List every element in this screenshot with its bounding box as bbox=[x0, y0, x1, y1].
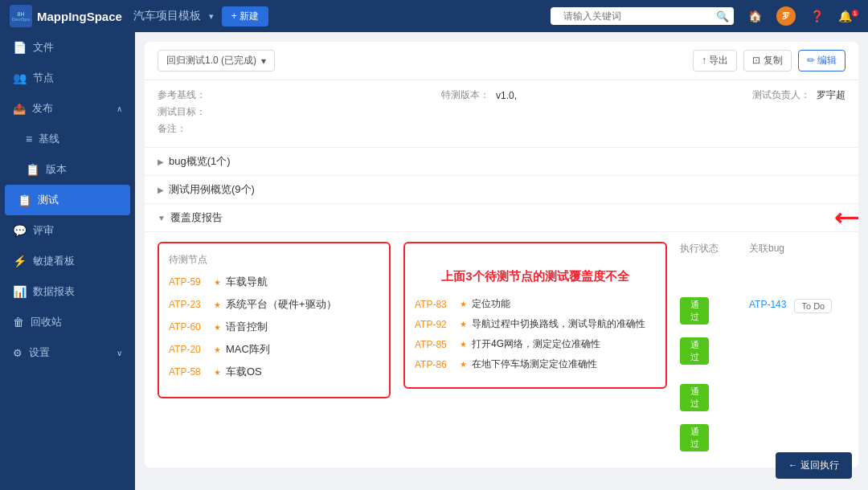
sidebar-item-dashboard[interactable]: ⚡ 敏捷看板 bbox=[0, 246, 135, 276]
nodes-icon: 👥 bbox=[13, 71, 27, 84]
project-dropdown-icon[interactable]: ▾ bbox=[209, 11, 214, 22]
sidebar-item-settings[interactable]: ⚙ 设置 ∨ bbox=[0, 337, 135, 368]
coverage-section-label: 覆盖度报告 bbox=[170, 210, 223, 225]
testcases-section-header[interactable]: ▶ 测试用例概览(9个) bbox=[145, 176, 858, 204]
settings-expand-icon: ∨ bbox=[117, 349, 122, 357]
dashboard-icon: ⚡ bbox=[13, 255, 27, 267]
target-label: 测试目标： bbox=[158, 105, 206, 119]
topbar: 8H DevOps MappIngSpace 汽车项目模板 ▾ + 新建 🔍 🏠… bbox=[0, 0, 868, 32]
case-row-atp86: ATP-86 ★ 在地下停车场测定定位准确性 bbox=[415, 357, 656, 371]
bug-group2 bbox=[749, 384, 845, 458]
breadcrumb-dropdown-icon: ▾ bbox=[261, 55, 266, 67]
status-badge-atp86: 通过 bbox=[680, 424, 709, 451]
logo: 8H DevOps MappIngSpace bbox=[10, 5, 122, 27]
case-group-2: ATP-85 ★ 打开4G网络，测定定位准确性 ATP-86 ★ 在地下停车场测… bbox=[415, 337, 656, 371]
col-headers-row: 执行状态 关联bug bbox=[680, 242, 845, 255]
status-col-header: 执行状态 bbox=[680, 242, 736, 255]
meta-target: 测试目标： bbox=[158, 105, 845, 119]
coverage-warning: 上面3个待测节点的测试覆盖度不全 bbox=[415, 269, 656, 284]
sidebar-item-nodes[interactable]: 👥 节点 bbox=[0, 63, 135, 93]
testcases-section-label: 测试用例概览(9个) bbox=[169, 182, 255, 197]
coverage-section-header[interactable]: ▼ 覆盖度报告 ⟵ bbox=[145, 204, 858, 232]
test-icon: 📋 bbox=[18, 194, 31, 206]
version-value: v1.0, bbox=[496, 90, 517, 101]
sidebar-item-test[interactable]: 📋 测试 bbox=[5, 185, 130, 215]
trash-icon: 🗑 bbox=[13, 316, 24, 329]
bugs-section-header[interactable]: ▶ bug概览(1个) bbox=[145, 148, 858, 176]
sidebar-item-publish[interactable]: 📤 发布 ∧ bbox=[0, 93, 135, 124]
status-group2: 通过 通过 bbox=[680, 384, 736, 458]
testcases-toggle-icon: ▶ bbox=[158, 186, 164, 194]
breadcrumb-label: 回归测试1.0 (已完成) bbox=[166, 54, 256, 67]
status-badge-atp92: 通过 bbox=[680, 337, 709, 365]
version-label: 特测版本： bbox=[441, 88, 489, 102]
sidebar-item-files[interactable]: 📄 文件 bbox=[0, 32, 135, 63]
owner-label: 测试负责人： bbox=[752, 88, 810, 102]
sidebar-item-reports[interactable]: 📊 数据报表 bbox=[0, 276, 135, 307]
case-row-atp92: ATP-92 ★ 导航过程中切换路线，测试导航的准确性 bbox=[415, 317, 656, 331]
meta-baseline: 参考基线： 特测版本： v1.0, 测试负责人： 罗宇超 bbox=[158, 88, 845, 102]
header-actions: ↑ 导出 ⊡ 复制 ✏ 编辑 bbox=[693, 50, 845, 71]
sidebar: 📄 文件 👥 节点 📤 发布 ∧ ≡ 基线 📋 版本 📋 bbox=[0, 32, 135, 490]
project-title: 汽车项目模板 bbox=[133, 9, 201, 23]
bug-link-atp143[interactable]: ATP-143 bbox=[749, 299, 786, 310]
baseline-label: 参考基线： bbox=[158, 88, 206, 102]
status-bug-row2: 通过 通过 bbox=[680, 384, 845, 458]
case-row-atp85: ATP-85 ★ 打开4G网络，测定定位准确性 bbox=[415, 337, 656, 351]
sidebar-item-baseline[interactable]: ≡ 基线 bbox=[6, 124, 135, 154]
node-item-atp20[interactable]: ATP-20 ★ MAC阵列 bbox=[169, 342, 379, 357]
nodes-panel: 待测节点 ATP-59 ★ 车载导航 ATP-23 ★ 系统平台（硬件+驱动） bbox=[158, 242, 391, 398]
baseline-icon: ≡ bbox=[26, 133, 32, 145]
reports-icon: 📊 bbox=[13, 285, 27, 298]
notification-icon[interactable]: 🔔1 bbox=[838, 10, 858, 22]
cases-panel: 上面3个待测节点的测试覆盖度不全 ATP-83 ★ 定位功能 ATP-92 ★ … bbox=[403, 242, 667, 389]
coverage-area: 待测节点 ATP-59 ★ 车载导航 ATP-23 ★ 系统平台（硬件+驱动） bbox=[145, 232, 858, 468]
status-badge-atp85: 通过 bbox=[680, 384, 709, 411]
spacer bbox=[680, 255, 845, 297]
content-area: 回归测试1.0 (已完成) ▾ ↑ 导出 ⊡ 复制 ✏ 编辑 参考基线： 特测版… bbox=[145, 42, 858, 468]
status-bug-row1: 通过 通过 ATP-143 To Do bbox=[680, 297, 845, 371]
status-group1: 通过 通过 bbox=[680, 297, 736, 371]
owner-value: 罗宇超 bbox=[817, 88, 845, 102]
publish-expand-icon: ∧ bbox=[117, 104, 122, 113]
red-arrow: ⟵ bbox=[834, 205, 858, 231]
main-content: 回归测试1.0 (已完成) ▾ ↑ 导出 ⊡ 复制 ✏ 编辑 参考基线： 特测版… bbox=[135, 32, 868, 490]
breadcrumb-select[interactable]: 回归测试1.0 (已完成) ▾ bbox=[158, 50, 275, 71]
sidebar-item-review[interactable]: 💬 评审 bbox=[0, 215, 135, 246]
meta-note: 备注： bbox=[158, 122, 845, 136]
bug-col-header: 关联bug bbox=[749, 242, 845, 255]
export-button[interactable]: ↑ 导出 bbox=[693, 50, 737, 71]
bugs-toggle-icon: ▶ bbox=[158, 157, 164, 166]
node-item-atp59[interactable]: ATP-59 ★ 车载导航 bbox=[169, 275, 379, 289]
home-icon[interactable]: 🏠 bbox=[748, 10, 762, 22]
case-row-atp83: ATP-83 ★ 定位功能 bbox=[415, 297, 656, 311]
publish-icon: 📤 bbox=[13, 103, 26, 115]
search-input[interactable] bbox=[555, 7, 716, 25]
node-item-atp60[interactable]: ATP-60 ★ 语音控制 bbox=[169, 320, 379, 334]
copy-button[interactable]: ⊡ 复制 bbox=[743, 50, 791, 71]
back-btn-wrapper: ← 返回执行 bbox=[776, 452, 852, 479]
app-name: MappIngSpace bbox=[37, 10, 122, 23]
back-button[interactable]: ← 返回执行 bbox=[776, 452, 852, 479]
edit-button[interactable]: ✏ 编辑 bbox=[798, 50, 845, 71]
right-cols: 执行状态 关联bug 通过 通过 bbox=[680, 242, 845, 458]
node-item-atp58[interactable]: ATP-58 ★ 车载OS bbox=[169, 365, 379, 379]
note-label: 备注： bbox=[158, 122, 206, 136]
case-group-1: ATP-83 ★ 定位功能 ATP-92 ★ 导航过程中切换路线，测试导航的准确… bbox=[415, 297, 656, 331]
nodes-panel-title: 待测节点 bbox=[169, 253, 379, 267]
coverage-toggle-icon: ▼ bbox=[158, 214, 166, 223]
status-badge-atp83: 通过 bbox=[680, 297, 709, 325]
search-wrap: 🔍 bbox=[551, 7, 734, 25]
node-item-atp23[interactable]: ATP-23 ★ 系统平台（硬件+驱动） bbox=[169, 297, 379, 312]
meta-section: 参考基线： 特测版本： v1.0, 测试负责人： 罗宇超 测试目标： 备注： bbox=[145, 80, 858, 148]
search-icon[interactable]: 🔍 bbox=[716, 10, 729, 22]
sidebar-item-trash[interactable]: 🗑 回收站 bbox=[0, 307, 135, 337]
logo-icon: 8H DevOps bbox=[10, 5, 32, 27]
sidebar-item-version[interactable]: 📋 版本 bbox=[6, 154, 135, 185]
help-icon[interactable]: ❓ bbox=[810, 10, 824, 22]
new-button[interactable]: + 新建 bbox=[222, 6, 268, 27]
content-header: 回归测试1.0 (已完成) ▾ ↑ 导出 ⊡ 复制 ✏ 编辑 bbox=[145, 42, 858, 80]
settings-icon: ⚙ bbox=[13, 347, 23, 359]
todo-badge: To Do bbox=[794, 299, 832, 313]
avatar: 罗 bbox=[776, 6, 796, 26]
